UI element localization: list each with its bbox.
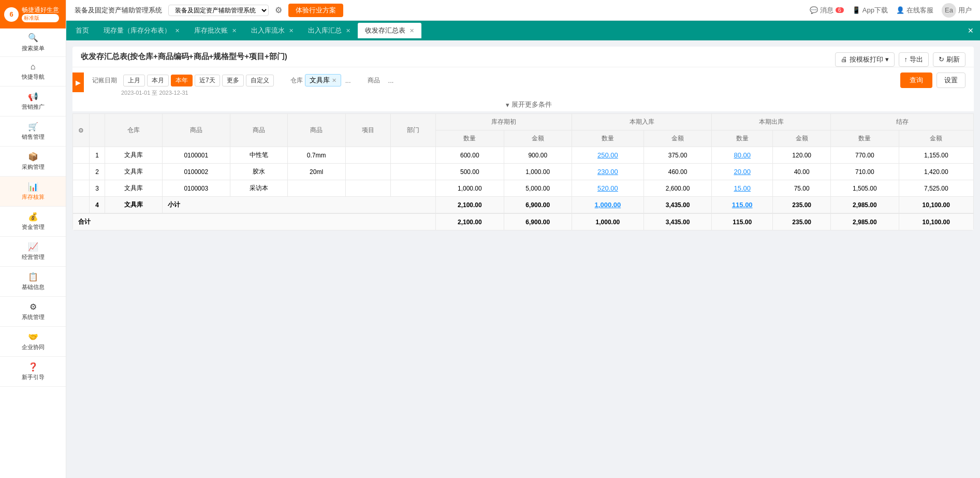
- expand-label: 展开更多条件: [511, 100, 552, 109]
- query-btn[interactable]: 查询: [900, 73, 932, 88]
- sidebar-item-purchase[interactable]: 📦 采购管理: [0, 147, 66, 177]
- tab-label: 库存批次账: [194, 26, 228, 35]
- sidebar-item-operations[interactable]: 📈 经营管理: [0, 237, 66, 267]
- date-btn-custom[interactable]: 自定义: [246, 75, 274, 86]
- print-btn[interactable]: 🖨 按模板打印 ▾: [835, 52, 895, 67]
- tab-current-stock[interactable]: 现存量（库存分布表） ✕: [96, 23, 187, 38]
- th-out: 本期出库: [712, 114, 831, 131]
- row-in-qty[interactable]: 230.00: [572, 164, 643, 180]
- sidebar-item-quick-nav[interactable]: ⌂ 快捷导航: [0, 57, 66, 86]
- sidebar-item-basic[interactable]: 📋 基础信息: [0, 267, 66, 297]
- row-out-qty[interactable]: 80.00: [712, 147, 773, 164]
- export-icon: ↑: [904, 55, 908, 63]
- sidebar-item-guide[interactable]: ❓ 新手引导: [0, 357, 66, 387]
- th-gear[interactable]: ⚙: [73, 114, 90, 147]
- date-btn-more[interactable]: 更多: [222, 75, 244, 86]
- sidebar-item-system[interactable]: ⚙ 系统管理: [0, 297, 66, 327]
- tab-close-icon[interactable]: ✕: [232, 27, 237, 34]
- th-in-qty: 数量: [572, 131, 643, 147]
- row-product-name: 中性笔: [230, 147, 287, 164]
- date-btns: 上月 本月 本年 近7天 更多 自定义: [123, 75, 274, 86]
- row-warehouse: 文具库: [105, 164, 163, 180]
- product-dots[interactable]: ...: [388, 77, 394, 84]
- warehouse-tag-close[interactable]: ✕: [332, 77, 337, 84]
- refresh-btn[interactable]: ↻ 刷新: [933, 52, 966, 67]
- date-range-display: 2023-01-01 至 2023-12-31: [121, 89, 966, 97]
- user-menu[interactable]: Ea 用户: [942, 3, 972, 18]
- row-out-amount: 120.00: [773, 147, 831, 164]
- tab-inout-flow[interactable]: 出入库流水 ✕: [244, 23, 301, 38]
- row-product-spec: 20ml: [287, 164, 345, 180]
- row-department: [390, 180, 435, 197]
- subtotal-gear: [73, 197, 90, 214]
- date-btn-7days[interactable]: 近7天: [195, 75, 220, 86]
- search-menu[interactable]: 🔍 搜索菜单: [0, 28, 66, 57]
- tab-home[interactable]: 首页: [68, 23, 96, 38]
- online-service-btn[interactable]: 👤 在线客服: [896, 6, 933, 15]
- subtotal-out-amount: 235.00: [773, 197, 831, 214]
- subtotal-in-amount: 3,435.00: [643, 197, 711, 214]
- main-content: 装备及固定资产辅助管理系统 装备及固定资产辅助管理系统 ⚙ 体验行业方案 💬 消…: [66, 0, 980, 478]
- gear-icon[interactable]: ⚙: [275, 5, 282, 15]
- row-project: [345, 147, 390, 164]
- sidebar-item-label: 系统管理: [22, 313, 45, 321]
- system-selector[interactable]: 装备及固定资产辅助管理系统: [168, 5, 269, 16]
- sidebar-item-sales[interactable]: 🛒 销售管理: [0, 117, 66, 147]
- export-btn[interactable]: ↑ 导出: [899, 52, 929, 67]
- sidebar-item-marketing[interactable]: 📢 营销推广: [0, 86, 66, 117]
- row-out-amount: 75.00: [773, 180, 831, 197]
- page-content: 收发存汇总表(按仓库+商品编码+商品+规格型号+项目+部门) 🖨 按模板打印 ▾…: [66, 40, 980, 478]
- expand-btn[interactable]: ▾ 展开更多条件: [92, 100, 966, 109]
- row-in-qty[interactable]: 520.00: [572, 180, 643, 197]
- row-closing-qty: 710.00: [831, 164, 899, 180]
- tab-close-icon[interactable]: ✕: [175, 27, 180, 34]
- date-btn-this-month[interactable]: 本月: [147, 75, 169, 86]
- tab-collect-summary[interactable]: 收发存汇总表 ✕: [358, 23, 421, 38]
- avatar-text: Ea: [945, 6, 953, 14]
- message-btn[interactable]: 💬 消息 6: [810, 6, 844, 15]
- row-project: [345, 180, 390, 197]
- table-row: 1 文具库 0100001 中性笔 0.7mm 600.00 900.00 25…: [73, 147, 974, 164]
- total-in-amount: 3,435.00: [643, 213, 711, 230]
- enterprise-icon: 🤝: [28, 332, 38, 342]
- subtotal-out-qty[interactable]: 115.00: [712, 197, 773, 214]
- settings-btn[interactable]: 设置: [937, 73, 966, 88]
- tab-close-icon[interactable]: ✕: [409, 27, 414, 34]
- row-closing-qty: 770.00: [831, 147, 899, 164]
- total-in-qty: 1,000.00: [572, 213, 643, 230]
- sidebar-item-label: 快捷导航: [22, 73, 45, 81]
- row-warehouse: 文具库: [105, 147, 163, 164]
- chevron-down-icon: ▾: [885, 55, 889, 63]
- date-btn-this-year[interactable]: 本年: [171, 75, 193, 86]
- date-btn-last-month[interactable]: 上月: [123, 75, 145, 86]
- filter-toggle-btn[interactable]: ▶: [72, 73, 84, 92]
- sidebar-item-label: 库存核算: [22, 193, 45, 201]
- row-out-qty[interactable]: 15.00: [712, 180, 773, 197]
- row-in-qty[interactable]: 250.00: [572, 147, 643, 164]
- sidebar-item-finance[interactable]: 💰 资金管理: [0, 207, 66, 237]
- search-icon: 🔍: [28, 33, 38, 42]
- data-table-container: ⚙ 仓库 商品 商品 商品 项目 部门 库存期初 本期入库 本期出库 结存: [72, 113, 974, 230]
- row-closing-amount: 1,420.00: [899, 164, 973, 180]
- avatar: Ea: [942, 3, 956, 18]
- sidebar-item-label: 企业协同: [22, 343, 45, 351]
- sidebar-item-enterprise[interactable]: 🤝 企业协同: [0, 327, 66, 357]
- warehouse-tag[interactable]: 文具库 ✕: [305, 74, 341, 86]
- total-closing-amount: 10,100.00: [899, 213, 973, 230]
- experience-btn[interactable]: 体验行业方案: [288, 4, 343, 17]
- subtotal-in-qty[interactable]: 1,000.00: [572, 197, 643, 214]
- print-icon: 🖨: [841, 55, 847, 63]
- tab-inout-summary[interactable]: 出入库汇总 ✕: [301, 23, 358, 38]
- tab-batch[interactable]: 库存批次账 ✕: [187, 23, 244, 38]
- tab-close-icon[interactable]: ✕: [346, 27, 350, 34]
- subtotal-opening-amount: 6,900.00: [504, 197, 572, 214]
- filter-row-wrapper: ▶ 记账日期 上月 本月 本年 近7天 更多 自定义 仓库: [72, 73, 974, 109]
- warehouse-dots[interactable]: ...: [345, 77, 351, 84]
- tab-label: 收发存汇总表: [365, 26, 405, 35]
- tab-label: 出入库汇总: [308, 26, 342, 35]
- tab-close-main[interactable]: ✕: [963, 26, 978, 35]
- row-out-qty[interactable]: 20.00: [712, 164, 773, 180]
- sidebar-item-inventory[interactable]: 📊 库存核算: [0, 177, 66, 207]
- tab-close-icon[interactable]: ✕: [289, 27, 294, 34]
- app-download-btn[interactable]: 📱 App下载: [852, 6, 888, 15]
